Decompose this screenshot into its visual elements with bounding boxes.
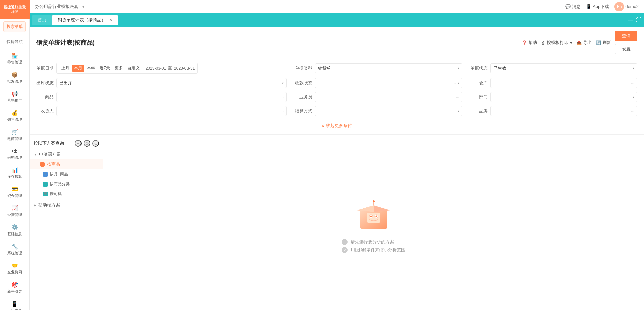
out-status-label: 出库状态 [36,80,56,86]
basic-icon: ⚙️ [11,224,18,230]
salesman-dots[interactable]: ··· [456,95,459,99]
scheme-group-mobile-title[interactable]: ▶ 移动端方案 [30,200,103,210]
goods-dots[interactable]: ··· [280,95,284,99]
sidebar-item-apps[interactable]: 📱 应用中心 [0,297,29,310]
scheme-sub-by-month-goods[interactable]: 月 按月+商品 [30,169,103,179]
sidebar-item-operations[interactable]: 📈 经营管理 [0,202,29,221]
tab-maximize-icon[interactable]: ⛶ [636,17,641,23]
refresh-button[interactable]: 🔄 刷新 [596,40,611,46]
sidebar: 畅捷通好生意 标版 搜索菜单 快捷导航 🏪 零售管理 📦 批发管理 📢 营销推广… [0,0,30,310]
scheme-group-pc: ▼ 电脑端方案 按商品 月 按月+商品 分 按商品分类 [30,149,103,199]
recv-person-control[interactable]: ··· [56,106,287,116]
filter-recv-person: 收货人 ··· [36,106,287,116]
doc-status-value: 已生效 [493,65,631,71]
sidebar-item-basic[interactable]: ⚙️ 基础信息 [0,221,29,240]
message-button[interactable]: 💬 消息 [565,4,581,10]
date-range-control[interactable]: 上月 本月 本年 近7天 更多 自定义 2023-03-01 至 2023-03… [56,63,198,74]
scheme-header: 按以下方案查询 + ⚙ « [30,137,103,149]
svg-point-10 [373,200,375,202]
page-title: 销货单统计表(按商品) [36,39,95,47]
hint-2-text: 用[过滤]条件来缩小分析范围 [351,247,405,253]
sidebar-item-system[interactable]: 🔧 系统管理 [0,240,29,259]
message-icon: 💬 [565,4,571,9]
settle-arrow-icon: ▾ [458,109,459,113]
recv-status-control[interactable]: ··· ▾ [315,78,462,88]
filter-recv-status: 收款状态 ··· ▾ [295,78,462,88]
sub-icon-driver: 司 [43,192,48,196]
breadcrumb-arrow[interactable]: ▼ [81,4,85,9]
recv-status-arrow-icon: ▾ [458,81,459,85]
warehouse-dots[interactable]: ··· [631,81,634,85]
date-custom[interactable]: 自定义 [125,65,142,72]
brand-dots[interactable]: ··· [631,109,634,113]
empty-hint-1: 1 请先选择要分析的方案 [342,239,405,245]
primary-actions: 查询 设置 [615,31,637,54]
help-button[interactable]: ❓ 帮助 [522,40,537,46]
content-area: 销货单统计表(按商品) ❓ 帮助 🖨 按模板打印 ▾ 📤 导出 🔄 刷新 [30,27,644,310]
date-this-month[interactable]: 本月 [72,65,84,72]
out-status-value: 已出库 [59,80,281,86]
settings-button[interactable]: 设置 [615,44,637,54]
salesman-control[interactable]: ··· [315,92,462,102]
export-button[interactable]: 📤 导出 [576,40,592,46]
dept-label: 部门 [470,94,490,100]
dept-control[interactable]: ▾ [490,92,637,102]
quick-nav-button[interactable]: 快捷导航 [0,37,29,47]
warehouse-label: 仓库 [470,80,490,86]
print-arrow-icon: ▾ [570,40,572,45]
tab-minimize-icon[interactable]: — [628,17,633,23]
wholesale-icon: 📦 [11,71,18,78]
collapse-arrow-icon: ∧ [321,123,325,128]
date-7days[interactable]: 近7天 [98,65,112,72]
tab-close-icon[interactable]: ✕ [109,18,112,22]
query-button[interactable]: 查询 [615,31,637,41]
sidebar-item-finance[interactable]: 💳 资金管理 [0,183,29,202]
sidebar-item-guide[interactable]: 🎯 新手引导 [0,278,29,297]
sidebar-item-purchase[interactable]: 🛍 采购管理 [0,145,29,163]
settle-label: 结算方式 [295,108,315,114]
warehouse-control[interactable]: ··· [490,78,637,88]
purchase-icon: 🛍 [12,148,17,154]
doc-status-label: 单据状态 [470,65,490,71]
scheme-sub-by-category[interactable]: 分 按商品分类 [30,179,103,189]
scheme-add-button[interactable]: + [75,140,82,147]
sidebar-item-ecommerce[interactable]: 🛒 电商管理 [0,125,29,145]
settle-control[interactable]: ▾ [315,106,462,116]
sidebar-item-enterprise[interactable]: 🤝 企业协同 [0,259,29,278]
search-menu-button[interactable]: 搜索菜单 [3,21,26,32]
date-this-year[interactable]: 本年 [85,65,97,72]
print-button[interactable]: 🖨 按模板打印 ▾ [541,40,572,46]
sub-icon-month: 月 [43,172,48,177]
scheme-collapse-button[interactable]: « [92,140,99,147]
empty-illustration [354,192,394,232]
sidebar-item-retail[interactable]: 🏪 零售管理 [0,49,29,68]
sidebar-item-wholesale[interactable]: 📦 批发管理 [0,68,29,87]
doc-status-control[interactable]: 已生效 ▾ [490,63,637,73]
tab-home[interactable]: 首页 [32,15,52,25]
date-last-month[interactable]: 上月 [59,65,71,72]
scheme-item-by-goods[interactable]: 按商品 [30,159,103,169]
brand-control[interactable]: ··· [490,106,637,116]
results-area: 1 请先选择要分析的方案 2 用[过滤]条件来缩小分析范围 [103,135,644,310]
goods-control[interactable]: ··· [56,92,287,102]
hint-1-num: 1 [342,239,348,245]
app-download-button[interactable]: 📱 App下载 [586,4,609,10]
scheme-item-icon-goods [40,162,45,167]
tab-sales-label: 销货单统计表（按商品） [58,17,106,23]
scheme-settings-button[interactable]: ⚙ [84,140,90,147]
sidebar-item-marketing[interactable]: 📢 营销推广 [0,87,29,106]
out-status-control[interactable]: 已出库 ▾ [56,78,287,88]
empty-hints: 1 请先选择要分析的方案 2 用[过滤]条件来缩小分析范围 [342,239,405,253]
scheme-sub-by-driver[interactable]: 司 按司机 [30,189,103,199]
recv-person-dots[interactable]: ··· [280,109,284,113]
scheme-group-pc-title[interactable]: ▼ 电脑端方案 [30,149,103,159]
recv-status-dots[interactable]: ··· [453,81,456,85]
sidebar-item-inventory[interactable]: 📊 库存核算 [0,163,29,183]
salesman-label: 业务员 [295,94,315,100]
user-profile[interactable]: Ea demo2 [614,2,639,11]
collapse-filter-button[interactable]: ∧ 收起更多条件 [36,120,637,129]
tab-sales-stats[interactable]: 销货单统计表（按商品） ✕ [52,15,118,25]
date-more[interactable]: 更多 [113,65,125,72]
doc-type-control[interactable]: 销货单 ▾ [315,63,462,73]
sidebar-item-sales[interactable]: 💰 销售管理 [0,106,29,125]
